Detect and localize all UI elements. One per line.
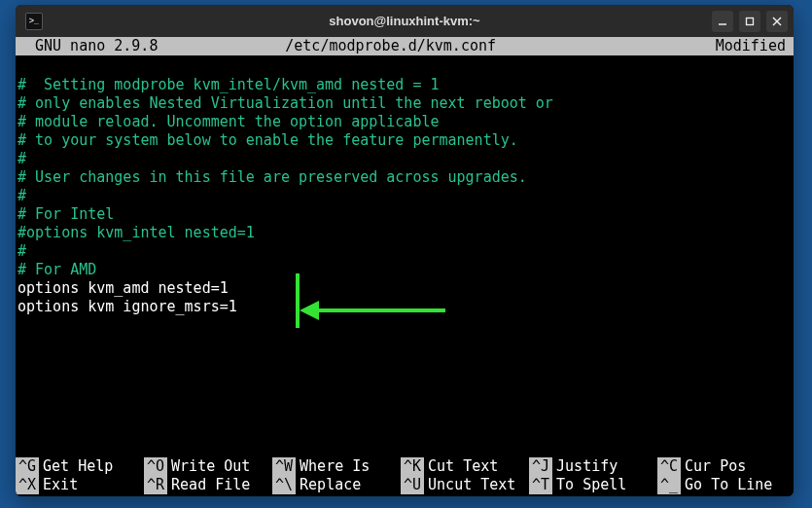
editor-line[interactable]: # User changes in this file are preserve… bbox=[16, 168, 794, 187]
shortcut-label: Cur Pos bbox=[685, 457, 746, 476]
shortcut-item[interactable]: ^K Cut Text bbox=[401, 457, 529, 476]
terminal-area[interactable]: GNU nano 2.9.8 /etc/modprobe.d/kvm.conf … bbox=[16, 37, 794, 496]
shortcut-key: ^K bbox=[401, 457, 424, 476]
shortcut-item[interactable]: ^O Write Out bbox=[144, 457, 272, 476]
shortcut-key: ^C bbox=[657, 457, 681, 476]
shortcut-key: ^O bbox=[144, 457, 167, 476]
shortcut-item[interactable]: ^W Where Is bbox=[272, 457, 401, 476]
nano-shortcut-bar: ^G Get Help^O Write Out^W Where Is^K Cut… bbox=[16, 457, 794, 494]
shortcut-row-2: ^X Exit^R Read File^\ Replace^U Uncut Te… bbox=[16, 476, 794, 494]
editor-line[interactable]: options kvm ignore_msrs=1 bbox=[16, 298, 794, 316]
shortcut-item[interactable]: ^J Justify bbox=[529, 457, 657, 476]
shortcut-key: ^X bbox=[16, 476, 39, 494]
terminal-icon: >_ bbox=[25, 13, 43, 30]
shortcut-label: Exit bbox=[43, 476, 78, 494]
shortcut-label: Cut Text bbox=[428, 457, 498, 476]
shortcut-label: Replace bbox=[300, 476, 361, 494]
shortcut-label: Justify bbox=[556, 457, 618, 476]
nano-app-name: GNU nano 2.9.8 bbox=[18, 37, 175, 55]
shortcut-label: Go To Line bbox=[685, 476, 772, 494]
shortcut-key: ^J bbox=[529, 457, 552, 476]
shortcut-key: ^W bbox=[272, 457, 296, 476]
editor-line[interactable]: # to your system below to enable the fea… bbox=[16, 131, 794, 150]
editor-line[interactable]: # bbox=[16, 150, 794, 168]
editor-line[interactable]: # Setting modprobe kvm_intel/kvm_amd nes… bbox=[16, 76, 794, 94]
editor-line[interactable]: # bbox=[16, 242, 794, 261]
editor-line[interactable]: #options kvm_intel nested=1 bbox=[16, 224, 794, 242]
window-title: shovon@linuxhint-kvm:~ bbox=[16, 14, 794, 28]
shortcut-key: ^_ bbox=[657, 476, 681, 494]
shortcut-label: Uncut Text bbox=[428, 476, 515, 494]
shortcut-label: To Spell bbox=[556, 476, 626, 494]
editor-line[interactable]: # bbox=[16, 187, 794, 205]
shortcut-key: ^\ bbox=[272, 476, 296, 494]
svg-rect-1 bbox=[747, 18, 754, 24]
nano-modified: Modified bbox=[716, 37, 792, 55]
editor-line[interactable]: # For Intel bbox=[16, 205, 794, 224]
editor-line[interactable]: # For AMD bbox=[16, 261, 794, 279]
shortcut-item[interactable]: ^G Get Help bbox=[16, 457, 144, 476]
shortcut-key: ^U bbox=[401, 476, 424, 494]
editor-line[interactable]: # module reload. Uncomment the option ap… bbox=[16, 113, 794, 131]
shortcut-key: ^T bbox=[529, 476, 552, 494]
shortcut-label: Write Out bbox=[171, 457, 250, 476]
shortcut-row-1: ^G Get Help^O Write Out^W Where Is^K Cut… bbox=[16, 457, 794, 476]
shortcut-item[interactable]: ^C Cur Pos bbox=[657, 457, 786, 476]
shortcut-key: ^G bbox=[16, 457, 39, 476]
shortcut-item[interactable]: ^U Uncut Text bbox=[401, 476, 529, 494]
editor-content[interactable]: # Setting modprobe kvm_intel/kvm_amd nes… bbox=[16, 55, 794, 316]
close-button[interactable] bbox=[766, 11, 788, 32]
shortcut-item[interactable]: ^X Exit bbox=[16, 476, 144, 494]
nano-statusbar: GNU nano 2.9.8 /etc/modprobe.d/kvm.conf … bbox=[16, 37, 794, 55]
shortcut-item[interactable]: ^\ Replace bbox=[272, 476, 401, 494]
shortcut-label: Read File bbox=[171, 476, 250, 494]
shortcut-label: Get Help bbox=[43, 457, 113, 476]
editor-line[interactable]: options kvm_amd nested=1 bbox=[16, 279, 794, 298]
window-buttons bbox=[712, 11, 794, 32]
editor-line[interactable]: # only enables Nested Virtualization unt… bbox=[16, 94, 794, 113]
shortcut-item[interactable]: ^R Read File bbox=[144, 476, 272, 494]
shortcut-item[interactable]: ^T To Spell bbox=[529, 476, 657, 494]
minimize-button[interactable] bbox=[712, 11, 733, 32]
terminal-window: >_ shovon@linuxhint-kvm:~ GNU nano 2.9.8… bbox=[16, 5, 794, 496]
shortcut-key: ^R bbox=[144, 476, 167, 494]
shortcut-item[interactable]: ^_ Go To Line bbox=[657, 476, 786, 494]
nano-file-path: /etc/modprobe.d/kvm.conf bbox=[285, 37, 496, 55]
window-titlebar: >_ shovon@linuxhint-kvm:~ bbox=[16, 5, 794, 37]
shortcut-label: Where Is bbox=[300, 457, 370, 476]
maximize-button[interactable] bbox=[739, 11, 760, 32]
